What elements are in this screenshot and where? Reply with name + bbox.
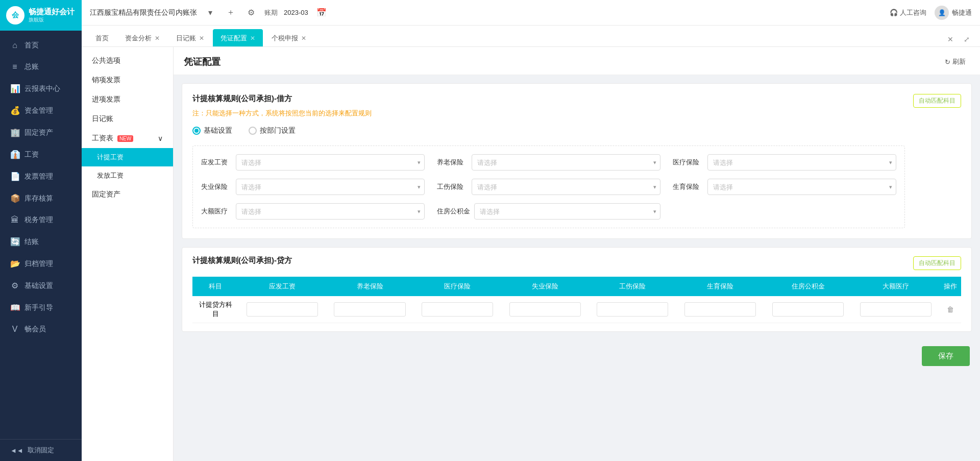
period-value[interactable]: 2023-03 bbox=[284, 9, 308, 16]
sidebar-item-invoice[interactable]: 📄 发票管理 bbox=[0, 165, 82, 187]
input-yiliao[interactable] bbox=[422, 302, 493, 317]
cell-yiliao[interactable] bbox=[413, 296, 501, 323]
cell-shiye[interactable] bbox=[501, 296, 589, 323]
app-logo[interactable]: 会 畅捷通好会计 旗舰版 bbox=[0, 0, 82, 31]
sidebar-item-tax[interactable]: 🏛 税务管理 bbox=[0, 209, 82, 231]
left-menu-fixed-assets[interactable]: 固定资产 bbox=[82, 185, 173, 204]
sidebar-item-settings[interactable]: ⚙ 基础设置 bbox=[0, 275, 82, 297]
select-yanglao[interactable]: 请选择 ▾ bbox=[472, 154, 660, 171]
left-menu-sales-invoice[interactable]: 销项发票 bbox=[82, 70, 173, 90]
support-button[interactable]: 🎧 人工咨询 bbox=[890, 8, 926, 17]
unpin-button[interactable]: ◄◄ 取消固定 bbox=[0, 439, 82, 461]
save-button[interactable]: 保存 bbox=[922, 346, 970, 366]
select-yingfa-input[interactable]: 请选择 bbox=[236, 154, 425, 171]
delete-icon[interactable]: 🗑 bbox=[947, 305, 954, 313]
tab-journal[interactable]: 日记账 ✕ bbox=[168, 29, 212, 46]
sidebar-item-closing[interactable]: 🔄 结账 bbox=[0, 231, 82, 253]
field-zhufang-gongjijin: 住房公积金 请选择 ▾ bbox=[437, 203, 660, 220]
tab-fund-analysis[interactable]: 资金分析 ✕ bbox=[117, 29, 167, 46]
cell-gongshang[interactable] bbox=[589, 296, 677, 323]
auto-match-debit-button[interactable]: 自动匹配科目 bbox=[913, 94, 961, 108]
cell-dae[interactable] bbox=[852, 296, 940, 323]
page-header: 凭证配置 ↻ 刷新 bbox=[174, 47, 980, 75]
select-shiye-input[interactable]: 请选择 bbox=[236, 179, 425, 195]
sidebar-item-fund[interactable]: 💰 资金管理 bbox=[0, 100, 82, 122]
credit-table: 科目 应发工资 养老保险 医疗保险 失业保险 工伤保险 生育保险 住房公积金 大… bbox=[192, 277, 961, 323]
left-menu-payroll-group[interactable]: 工资表 NEW ∨ bbox=[82, 129, 173, 148]
settings-icon: ⚙ bbox=[10, 281, 19, 290]
tab-close-icon[interactable]: ✕ bbox=[301, 35, 306, 42]
input-shiye[interactable] bbox=[509, 302, 581, 317]
tab-close-icon[interactable]: ✕ bbox=[199, 35, 204, 42]
tab-home[interactable]: 首页 bbox=[88, 29, 116, 46]
select-yiliao-input[interactable]: 请选择 bbox=[707, 154, 896, 171]
cell-yanglao[interactable] bbox=[326, 296, 414, 323]
expand-tab-icon[interactable]: ⤢ bbox=[960, 32, 974, 46]
field-shiye-baoxian: 失业保险 请选择 ▾ bbox=[201, 179, 425, 195]
sidebar-item-member[interactable]: V 畅会员 bbox=[0, 319, 82, 340]
assets-icon: 🏢 bbox=[10, 128, 19, 137]
refresh-icon: ↻ bbox=[945, 58, 950, 66]
input-shengyu[interactable] bbox=[684, 302, 756, 317]
label-shengyu: 生育保险 bbox=[673, 182, 703, 191]
sidebar-item-home[interactable]: ⌂ 首页 bbox=[0, 35, 82, 56]
input-gongshang[interactable] bbox=[597, 302, 668, 317]
tab-voucher-config[interactable]: 凭证配置 ✕ bbox=[213, 29, 263, 46]
left-menu-journal[interactable]: 日记账 bbox=[82, 109, 173, 129]
select-gongshang-input[interactable]: 请选择 bbox=[472, 179, 660, 195]
field-daé-yiliao: 大额医疗 请选择 ▾ bbox=[201, 203, 425, 220]
input-yanglao[interactable] bbox=[334, 302, 405, 317]
cell-shengyu[interactable] bbox=[676, 296, 764, 323]
credit-section-header: 计提核算规则(公司承担)-贷方 自动匹配科目 bbox=[192, 256, 961, 271]
company-name[interactable]: 江西服宝精品有限责任公司内账张 bbox=[90, 8, 197, 17]
input-zhufang[interactable] bbox=[772, 302, 844, 317]
refresh-button[interactable]: ↻ 刷新 bbox=[941, 55, 970, 68]
tab-close-icon[interactable]: ✕ bbox=[250, 35, 255, 42]
left-menu-payroll-accrual[interactable]: 计提工资 bbox=[82, 148, 173, 166]
select-zhufang[interactable]: 请选择 ▾ bbox=[474, 203, 660, 220]
tab-tax[interactable]: 个税申报 ✕ bbox=[264, 29, 314, 46]
select-shengyu[interactable]: 请选择 ▾ bbox=[707, 179, 896, 195]
sidebar-item-reports[interactable]: 📊 云报表中心 bbox=[0, 78, 82, 100]
cell-yingfa[interactable] bbox=[238, 296, 326, 323]
tab-close-icon[interactable]: ✕ bbox=[155, 35, 160, 42]
select-dae[interactable]: 请选择 ▾ bbox=[236, 203, 425, 220]
settings-icon[interactable]: ⚙ bbox=[244, 6, 258, 20]
left-menu-purchase-invoice[interactable]: 进项发票 bbox=[82, 90, 173, 109]
company-dropdown-icon[interactable]: ▾ bbox=[203, 6, 217, 20]
sidebar-item-assets[interactable]: 🏢 固定资产 bbox=[0, 122, 82, 143]
radio-by-dept[interactable]: 按部门设置 bbox=[249, 126, 296, 135]
left-menu-payroll-payment[interactable]: 发放工资 bbox=[82, 166, 173, 185]
left-menu-public[interactable]: 公共选项 bbox=[82, 51, 173, 70]
sidebar-item-salary[interactable]: 👔 工资 bbox=[0, 143, 82, 165]
select-shiye[interactable]: 请选择 ▾ bbox=[236, 179, 425, 195]
cell-delete[interactable]: 🗑 bbox=[940, 296, 961, 323]
sidebar-item-ledger[interactable]: ≡ 总账 bbox=[0, 56, 82, 78]
user-info[interactable]: 👤 畅捷通 bbox=[935, 6, 972, 20]
col-dae: 大额医疗 bbox=[852, 277, 940, 296]
logo-icon: 会 bbox=[6, 6, 24, 25]
select-gongshang[interactable]: 请选择 ▾ bbox=[472, 179, 660, 195]
sidebar-item-inventory[interactable]: 📦 库存核算 bbox=[0, 187, 82, 209]
cell-zhufang[interactable] bbox=[764, 296, 852, 323]
invoice-icon: 📄 bbox=[10, 172, 19, 181]
table-header-row: 科目 应发工资 养老保险 医疗保险 失业保险 工伤保险 生育保险 住房公积金 大… bbox=[192, 277, 961, 296]
select-shengyu-input[interactable]: 请选择 bbox=[707, 179, 896, 195]
col-yanglao: 养老保险 bbox=[326, 277, 414, 296]
select-zhufang-input[interactable]: 请选择 bbox=[474, 203, 660, 220]
radio-basic[interactable]: 基础设置 bbox=[192, 126, 232, 135]
auto-match-credit-button[interactable]: 自动匹配科目 bbox=[913, 256, 961, 270]
section1-note: 注：只能选择一种方式，系统将按照您当前的选择来配置规则 bbox=[192, 109, 905, 118]
sidebar-item-archive[interactable]: 📂 归档管理 bbox=[0, 253, 82, 275]
close-tab-icon[interactable]: ✕ bbox=[943, 32, 958, 46]
select-yanglao-input[interactable]: 请选择 bbox=[472, 154, 660, 171]
sidebar-item-guide[interactable]: 📖 新手引导 bbox=[0, 297, 82, 319]
page-title: 凭证配置 bbox=[184, 56, 220, 68]
select-yiliao[interactable]: 请选择 ▾ bbox=[707, 154, 896, 171]
select-dae-input[interactable]: 请选择 bbox=[236, 203, 425, 220]
select-yingfa[interactable]: 请选择 ▾ bbox=[236, 154, 425, 171]
add-tab-icon[interactable]: ＋ bbox=[224, 6, 238, 20]
calendar-icon[interactable]: 📅 bbox=[314, 6, 329, 20]
input-dae[interactable] bbox=[860, 302, 932, 317]
input-yingfa[interactable] bbox=[247, 302, 318, 317]
